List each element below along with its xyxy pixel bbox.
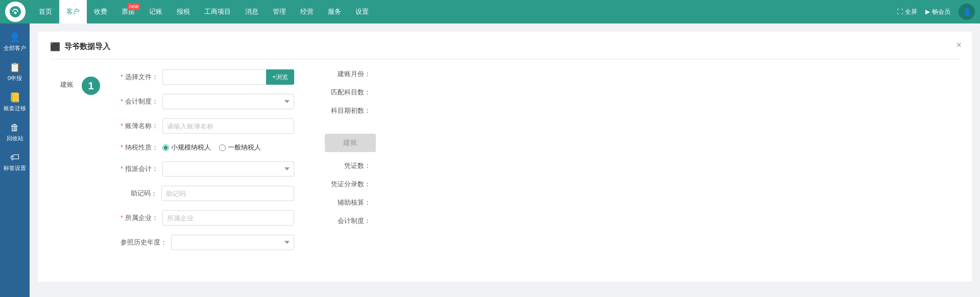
sidebar-item-trash[interactable]: 🗑 回收站	[1, 118, 29, 146]
radio-small-label: 小规模纳税人	[171, 143, 211, 152]
close-button[interactable]: ×	[956, 40, 962, 51]
step-badge: 1	[82, 77, 100, 95]
form-row-file: * 选择文件： +浏览	[121, 69, 294, 85]
form-row-accountant: * 指派会计：	[121, 161, 294, 177]
fullscreen-btn[interactable]: ⛶ 全屏	[897, 8, 917, 16]
memo-input[interactable]	[161, 186, 294, 201]
trash-icon: 🗑	[10, 122, 19, 133]
form-col-left: * 选择文件： +浏览 * 会计制度：	[121, 69, 294, 250]
info-match-label: 匹配科目数：	[325, 88, 371, 97]
nav-item-invoices[interactable]: 票据new	[114, 0, 142, 23]
radio-general-label: 一般纳税人	[228, 143, 261, 152]
fullscreen-label: 全屏	[905, 8, 917, 16]
sidebar-item-label-customers: 全部客户	[4, 45, 26, 52]
step-label: 建账	[60, 80, 74, 89]
radio-general[interactable]: 一般纳税人	[219, 143, 261, 152]
nav-item-tax[interactable]: 报税	[170, 0, 197, 23]
accountant-label: * 指派会计：	[121, 164, 158, 174]
info-accounting-label: 会计制度：	[325, 216, 371, 226]
required-star-5: *	[121, 165, 123, 172]
sidebar-item-declaration[interactable]: 📋 0申报	[1, 58, 29, 86]
step-indicator: 建账 1	[60, 75, 100, 95]
import-icon: ⬛	[50, 42, 60, 52]
file-input[interactable]	[162, 69, 266, 85]
tax-label: * 纳税性质：	[121, 143, 158, 152]
required-star: *	[121, 73, 123, 81]
declaration-icon: 📋	[9, 62, 20, 73]
browse-button[interactable]: +浏览	[266, 69, 294, 85]
build-account-button[interactable]: 建账	[325, 134, 376, 152]
modal-title: 导爷数据导入	[64, 42, 110, 52]
nav-item-fees[interactable]: 收费	[87, 0, 114, 23]
member-icon: ▶	[925, 8, 930, 15]
info-period-label: 科目期初数：	[325, 106, 371, 115]
radio-small-input[interactable]	[162, 144, 169, 151]
form-area: * 选择文件： +浏览 * 会计制度：	[121, 69, 949, 250]
form-row-company: * 所属企业：	[121, 210, 294, 226]
modal-card: ⬛ 导爷数据导入 × 建账 1 * 选择文件：	[38, 32, 972, 282]
nav-item-service[interactable]: 服务	[321, 0, 348, 23]
ledger-input[interactable]	[162, 118, 294, 134]
ledger-label: * 账簿名称：	[121, 121, 158, 131]
required-star-2: *	[121, 97, 123, 105]
migration-icon: 📒	[9, 92, 20, 103]
history-select[interactable]	[171, 235, 294, 250]
all-customers-icon: 👤	[9, 32, 20, 43]
accounting-label: * 会计制度：	[121, 97, 158, 106]
radio-small-scale[interactable]: 小规模纳税人	[162, 143, 211, 152]
nav-item-settings[interactable]: 设置	[348, 0, 376, 23]
info-row-accounting-system: 会计制度：	[325, 216, 437, 226]
member-label: 畅会员	[932, 8, 950, 16]
top-nav: 首页 客户 收费 票据new 记账 报税 工商项目 消息 管理 经营 服务 设置…	[0, 0, 980, 23]
memo-label: 助记码：	[121, 189, 157, 198]
nav-item-bookkeeping[interactable]: 记账	[142, 0, 170, 23]
nav-item-operation[interactable]: 经营	[293, 0, 321, 23]
company-input[interactable]	[162, 210, 294, 226]
member-btn[interactable]: ▶ 畅会员	[925, 8, 950, 16]
form-row-accounting: * 会计制度：	[121, 94, 294, 109]
nav-item-business[interactable]: 工商项目	[197, 0, 238, 23]
info-row-month: 建账月份：	[325, 69, 437, 79]
nav-item-customers[interactable]: 客户	[59, 0, 87, 23]
nav-item-home[interactable]: 首页	[32, 0, 59, 23]
form-row-ledger: * 账簿名称：	[121, 118, 294, 134]
modal-header: ⬛ 导爷数据导入	[50, 42, 960, 59]
sidebar-item-label-trash: 回收站	[7, 135, 23, 142]
accountant-select[interactable]	[162, 161, 294, 177]
sidebar-item-all-customers[interactable]: 👤 全部客户	[1, 28, 29, 56]
form-row-tax: * 纳税性质： 小规模纳税人 一般纳税人	[121, 143, 294, 152]
wizard-area: 建账 1 * 选择文件：	[50, 69, 960, 250]
form-row-history: 参照历史年度：	[121, 235, 294, 250]
company-label: * 所属企业：	[121, 213, 158, 222]
logo[interactable]	[5, 2, 26, 22]
info-voucher-label: 凭证数：	[325, 161, 371, 170]
info-col: 建账月份： 匹配科目数： 科目期初数： 建账	[325, 69, 437, 226]
history-label: 参照历史年度：	[121, 238, 167, 247]
required-star-4: *	[121, 143, 123, 151]
info-row-voucher-records: 凭证分录数：	[325, 180, 437, 189]
nav-item-message[interactable]: 消息	[238, 0, 266, 23]
required-star-3: *	[121, 122, 123, 130]
svg-point-1	[14, 12, 17, 14]
info-month-label: 建账月份：	[325, 69, 371, 79]
sidebar-item-tags[interactable]: 🏷 标签设置	[1, 148, 29, 176]
avatar[interactable]: 👤	[959, 4, 975, 20]
nav-right: ⛶ 全屏 ▶ 畅会员 👤	[897, 4, 975, 20]
sidebar-item-label-migration: 账套迁移	[4, 105, 26, 112]
fullscreen-icon: ⛶	[897, 8, 903, 15]
info-section: 建账月份： 匹配科目数： 科目期初数： 建账	[325, 69, 437, 250]
accounting-select[interactable]	[162, 94, 294, 109]
nav-item-manage[interactable]: 管理	[266, 0, 293, 23]
file-input-group: +浏览	[162, 69, 294, 85]
info-voucher-records-label: 凭证分录数：	[325, 180, 371, 189]
sidebar-item-label-tags: 标签设置	[4, 165, 26, 171]
required-star-6: *	[121, 214, 123, 221]
build-btn-spacer: 建账	[325, 130, 437, 152]
sidebar-item-migration[interactable]: 📒 账套迁移	[1, 88, 29, 116]
radio-general-input[interactable]	[219, 144, 226, 151]
info-row-aux: 辅助核算：	[325, 198, 437, 207]
info-row-period: 科目期初数：	[325, 106, 437, 115]
form-row-memo: 助记码：	[121, 186, 294, 201]
new-badge: new	[128, 3, 140, 10]
sidebar-item-label-declaration: 0申报	[8, 75, 22, 82]
